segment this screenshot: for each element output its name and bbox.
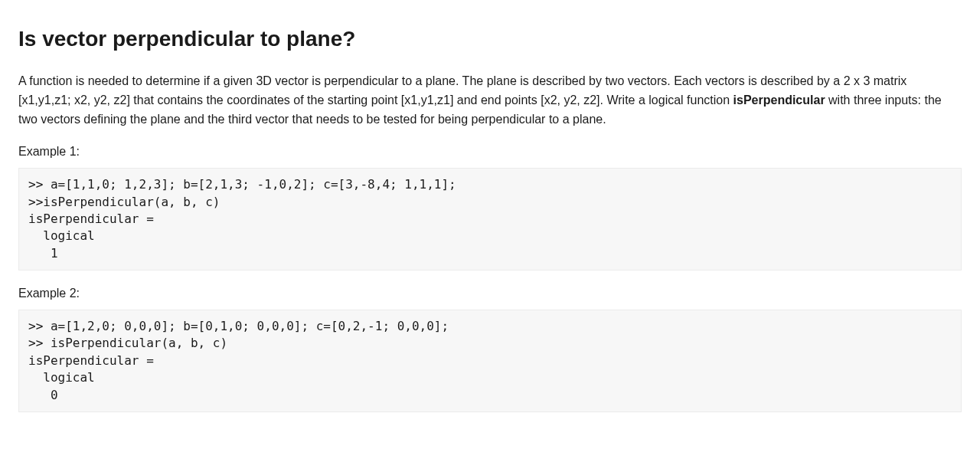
example-1-label: Example 1: (18, 143, 962, 162)
example-2-code: >> a=[1,2,0; 0,0,0]; b=[0,1,0; 0,0,0]; c… (18, 310, 962, 412)
example-1-code: >> a=[1,1,0; 1,2,3]; b=[2,1,3; -1,0,2]; … (18, 168, 962, 270)
page-title: Is vector perpendicular to plane? (18, 23, 962, 55)
problem-description: A function is needed to determine if a g… (18, 72, 962, 129)
example-2-label: Example 2: (18, 284, 962, 303)
